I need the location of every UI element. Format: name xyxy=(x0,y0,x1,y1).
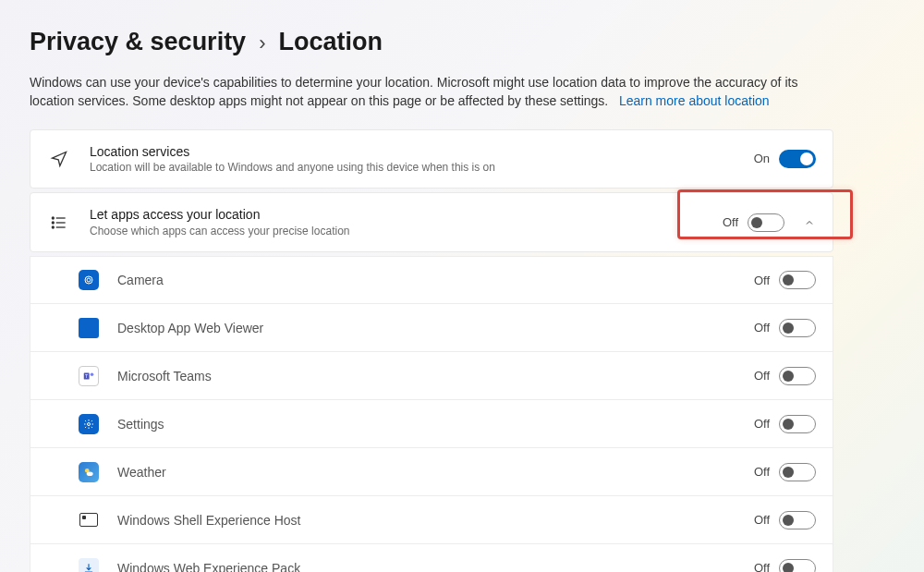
app-row-shell-experience[interactable]: Windows Shell Experience Host Off xyxy=(30,496,833,544)
app-row-web-experience[interactable]: Windows Web Experience Pack Off xyxy=(30,544,833,572)
app-name-label: Desktop App Web Viewer xyxy=(117,321,754,335)
app-state-label: Off xyxy=(754,465,770,479)
app-name-label: Microsoft Teams xyxy=(117,369,754,383)
camera-icon xyxy=(79,270,99,290)
svg-point-0 xyxy=(52,217,54,219)
teams-icon: T xyxy=(79,366,99,386)
page-title: Location xyxy=(278,28,383,56)
location-arrow-icon xyxy=(47,147,71,171)
app-row-teams[interactable]: T Microsoft Teams Off xyxy=(30,352,833,400)
app-list: Camera Off Desktop App Web Viewer Off T … xyxy=(30,256,833,572)
app-state-label: Off xyxy=(754,321,770,335)
weather-icon xyxy=(79,462,99,482)
app-row-settings[interactable]: Settings Off xyxy=(30,400,833,448)
page-description: Windows can use your device's capabiliti… xyxy=(30,73,843,111)
svg-point-6 xyxy=(87,278,91,282)
app-toggle-web-experience[interactable] xyxy=(779,559,816,572)
location-services-card: Location services Location will be avail… xyxy=(30,129,833,189)
location-services-toggle[interactable] xyxy=(779,150,816,168)
app-access-toggle[interactable] xyxy=(748,213,784,232)
app-name-label: Weather xyxy=(117,465,754,480)
window-icon xyxy=(79,510,99,530)
svg-point-11 xyxy=(88,422,91,425)
app-name-label: Windows Web Experience Pack xyxy=(117,561,754,572)
app-state-label: Off xyxy=(754,369,770,383)
app-access-state: Off xyxy=(723,215,738,229)
app-state-label: Off xyxy=(754,417,770,431)
breadcrumb: Privacy & security › Location xyxy=(30,28,894,56)
app-state-label: Off xyxy=(754,274,770,287)
app-toggle-shell-experience[interactable] xyxy=(779,511,816,529)
app-access-card[interactable]: Let apps access your location Choose whi… xyxy=(30,192,833,252)
app-row-weather[interactable]: Weather Off xyxy=(30,448,833,496)
svg-point-10 xyxy=(91,372,94,376)
learn-more-link[interactable]: Learn more about location xyxy=(619,93,770,108)
app-row-desktop-web-viewer[interactable]: Desktop App Web Viewer Off xyxy=(30,304,833,352)
app-toggle-weather[interactable] xyxy=(779,463,816,481)
app-access-title: Let apps access your location xyxy=(90,206,723,223)
app-access-subtitle: Choose which apps can access your precis… xyxy=(90,225,723,239)
app-toggle-camera[interactable] xyxy=(779,271,816,289)
breadcrumb-parent[interactable]: Privacy & security xyxy=(30,28,246,56)
app-name-label: Settings xyxy=(117,417,754,432)
app-toggle-settings[interactable] xyxy=(779,415,816,433)
svg-point-7 xyxy=(85,276,92,284)
app-name-label: Camera xyxy=(117,273,754,287)
settings-icon xyxy=(79,414,99,434)
location-services-state: On xyxy=(754,152,770,165)
location-services-subtitle: Location will be available to Windows an… xyxy=(90,161,754,176)
app-state-label: Off xyxy=(754,513,770,527)
chevron-right-icon: › xyxy=(259,31,265,55)
download-icon xyxy=(79,558,99,572)
square-icon xyxy=(79,318,99,338)
svg-point-4 xyxy=(52,226,54,228)
app-toggle-desktop-web-viewer[interactable] xyxy=(779,319,816,337)
app-name-label: Windows Shell Experience Host xyxy=(117,513,754,528)
location-services-title: Location services xyxy=(90,143,754,160)
svg-point-2 xyxy=(52,222,54,224)
app-state-label: Off xyxy=(754,561,770,572)
app-toggle-teams[interactable] xyxy=(779,367,816,385)
chevron-up-icon[interactable] xyxy=(803,216,816,229)
app-row-camera[interactable]: Camera Off xyxy=(30,256,833,304)
list-icon xyxy=(47,211,71,235)
svg-point-13 xyxy=(87,471,93,476)
